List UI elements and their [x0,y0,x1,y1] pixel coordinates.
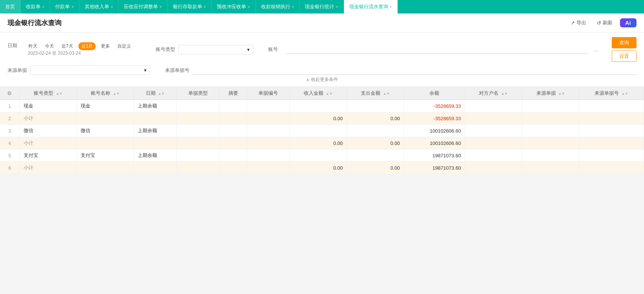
cell-source-doc-no [579,162,644,174]
cell-source-doc-no [579,149,644,162]
nav-receipt-verify[interactable]: 收款核销执行 × [256,0,300,13]
cell-doc-no [247,125,290,137]
nav-cash-bank-flow[interactable]: 现金银行流水查询 × [344,0,398,13]
nav-prepay-offset[interactable]: 预收冲应收单 × [212,0,255,13]
account-type-select[interactable]: ▾ [178,45,253,54]
th-expense[interactable]: 支出金额 ▲▼ [347,87,404,100]
th-source-doc-no[interactable]: 来源单据号 ▲▼ [579,87,644,100]
page-title: 现金银行流水查询 [8,18,62,27]
nav-close-verify[interactable]: × [292,4,294,9]
cell-counterparty [465,125,522,137]
cell-income [290,149,347,162]
cell-summary [219,149,247,162]
sort-income: ▲▼ [326,92,333,96]
nav-close-prepay[interactable]: × [248,4,250,9]
ai-badge[interactable]: Ai [620,18,636,27]
cell-income: 0.00 [290,112,347,125]
page-header: 现金银行流水查询 ↗ 导出 ↺ 刷新 Ai [0,13,644,33]
date-yesterday[interactable]: 昨天 [26,42,40,50]
table-row: 4 小计 0.00 0.00 100102606.60 [0,137,644,149]
cell-num: 3 [0,125,20,137]
date-options: 昨天 今天 近7天 近1月 更多 自定义 [26,42,133,50]
nav-close-other-income[interactable]: × [111,4,113,9]
cell-account-type: 小计 [20,162,77,174]
cell-doc-type [177,112,219,125]
th-source-doc[interactable]: 来源单据 ▲▼ [522,87,579,100]
account-input[interactable] [286,45,588,54]
table-row: 1 现金 现金 上期余额 -3528659.33 [0,100,644,112]
th-doc-no: 单据编号 [247,87,290,100]
nav-payment[interactable]: 付款单 × [50,0,79,13]
nav-close-flow[interactable]: × [390,4,392,9]
nav-close-payment[interactable]: × [71,4,74,9]
table-row: 3 微信 微信 上期余额 100102606.60 [0,125,644,137]
cell-doc-no [247,112,290,125]
nav-home[interactable]: 首页 [0,0,21,13]
cell-num: 5 [0,149,20,162]
nav-ar-ap-adjust[interactable]: 应收应付调整单 × [119,0,167,13]
export-icon: ↗ [570,20,575,26]
th-gear[interactable]: ⚙ [0,87,20,100]
header-actions: ↗ 导出 ↺ 刷新 Ai [567,18,636,28]
settings-button[interactable]: 设置 [612,51,636,62]
cell-counterparty [465,112,522,125]
cell-source-doc-no [579,137,644,149]
cell-account-type: 支付宝 [20,149,77,162]
data-table: ⚙ 账号类型 ▲▼ 账号名称 ▲▼ 日期 ▲▼ 单据类型 摘要 单据编号 [0,87,644,174]
th-account-type[interactable]: 账号类型 ▲▼ [20,87,77,100]
date-today[interactable]: 今天 [43,42,56,50]
cell-account-type: 小计 [20,137,77,149]
nav-cash-bank-stat[interactable]: 现金银行统计 × [300,0,344,13]
refresh-button[interactable]: ↺ 刷新 [594,18,615,28]
nav-other-income[interactable]: 其他收入单 × [80,0,119,13]
nav-close-stat[interactable]: × [336,4,338,9]
th-counterparty[interactable]: 对方户名 ▲▼ [465,87,522,100]
filter-area: 日期 昨天 今天 近7天 近1月 更多 自定义 2023-02-24 至 202… [0,33,644,87]
cell-balance: 19871073.60 [404,149,465,162]
cell-balance: 19871073.60 [404,162,465,174]
query-button[interactable]: 查询 [612,37,636,48]
nav-close-receipt[interactable]: × [42,4,44,9]
cell-num: 6 [0,162,20,174]
nav-close-ar-ap[interactable]: × [159,4,162,9]
cell-source-doc [522,100,579,112]
filter-row-date: 日期 昨天 今天 近7天 近1月 更多 自定义 2023-02-24 至 202… [8,37,636,62]
date-more[interactable]: 更多 [99,42,112,50]
table-body: 1 现金 现金 上期余额 -3528659.33 2 小计 0.00 0.00 … [0,100,644,174]
refresh-icon: ↺ [597,20,601,26]
cell-account-name [77,137,134,149]
cell-date: 上期余额 [134,100,177,112]
th-income[interactable]: 收入金额 ▲▼ [290,87,347,100]
cell-account-type: 微信 [20,125,77,137]
cell-summary [219,112,247,125]
cell-summary [219,100,247,112]
cell-counterparty [465,149,522,162]
date-1month[interactable]: 近1月 [78,42,96,50]
th-account-name[interactable]: 账号名称 ▲▼ [77,87,134,100]
source-doc-dropdown-icon: ▾ [144,67,147,73]
nav-bank-deposit[interactable]: 银行存取款单 × [168,0,212,13]
cell-account-name [77,112,134,125]
cell-source-doc-no [579,112,644,125]
nav-close-bank-deposit[interactable]: × [204,4,206,9]
collapse-bar: ∧ 收起更多条件 [8,75,636,83]
account-type-dropdown-icon: ▾ [247,47,250,52]
cell-doc-type [177,100,219,112]
export-button[interactable]: ↗ 导出 [567,18,589,28]
date-7days[interactable]: 近7天 [59,42,75,50]
cell-account-type: 现金 [20,100,77,112]
collapse-button[interactable]: ∧ 收起更多条件 [306,76,338,83]
source-doc-select[interactable]: ▾ [30,66,150,75]
sort-account-type: ▲▼ [56,92,63,96]
cell-doc-type [177,125,219,137]
cell-date [134,112,177,125]
gear-icon[interactable]: ⚙ [7,90,12,96]
source-doc-no-label: 来源单据号 [165,67,189,74]
date-custom[interactable]: 自定义 [115,42,133,50]
nav-receipt[interactable]: 收款单 × [21,0,50,13]
sort-account-name: ▲▼ [113,92,120,96]
th-date[interactable]: 日期 ▲▼ [134,87,177,100]
cell-expense [347,100,404,112]
source-doc-no-input[interactable] [192,66,636,75]
account-dots-button[interactable]: ... [591,45,600,54]
